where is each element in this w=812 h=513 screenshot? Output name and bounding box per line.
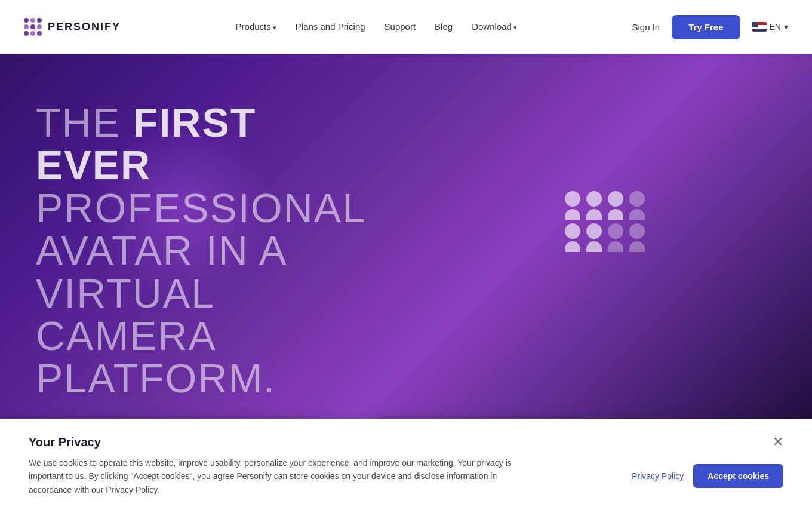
personify-avatar-icon — [565, 191, 645, 256]
privacy-close-button[interactable]: ✕ — [773, 435, 783, 449]
accept-cookies-button[interactable]: Accept cookies — [693, 464, 783, 488]
nav-right: Sign In Try Free EN ▾ — [632, 15, 788, 39]
sign-in-button[interactable]: Sign In — [632, 22, 660, 32]
privacy-banner: Your Privacy ✕ We use cookies to operate… — [0, 419, 812, 513]
lang-chevron-icon: ▾ — [784, 22, 788, 32]
privacy-text: We use cookies to operate this website, … — [29, 456, 536, 496]
nav-item-pricing[interactable]: Plans and Pricing — [296, 21, 365, 32]
hero-title: THE FIRST EVER PROFESSIONAL AVATAR IN A … — [36, 102, 334, 400]
privacy-policy-link[interactable]: Privacy Policy — [632, 471, 684, 481]
privacy-body: We use cookies to operate this website, … — [29, 456, 783, 496]
try-free-button[interactable]: Try Free — [672, 15, 740, 39]
lang-code: EN — [770, 22, 781, 32]
products-link[interactable]: Products — [236, 21, 276, 32]
nav-item-blog[interactable]: Blog — [435, 21, 453, 32]
privacy-actions: Privacy Policy Accept cookies — [632, 464, 783, 488]
logo-link[interactable]: PERSONIFY — [24, 18, 121, 36]
nav-links: Products Plans and Pricing Support Blog … — [236, 21, 517, 32]
hero-title-prefix: THE — [36, 100, 133, 145]
pricing-link[interactable]: Plans and Pricing — [296, 21, 365, 32]
nav-item-download[interactable]: Download — [472, 21, 517, 32]
support-link[interactable]: Support — [385, 21, 416, 32]
download-link[interactable]: Download — [472, 21, 517, 32]
nav-item-products[interactable]: Products — [236, 21, 276, 32]
nav-item-support[interactable]: Support — [385, 21, 416, 32]
privacy-header: Your Privacy ✕ — [29, 435, 783, 449]
logo-text: PERSONIFY — [48, 21, 121, 33]
blog-link[interactable]: Blog — [435, 21, 453, 32]
logo-icon — [24, 18, 42, 36]
language-selector[interactable]: EN ▾ — [752, 22, 788, 32]
privacy-title: Your Privacy — [29, 435, 101, 449]
navbar: PERSONIFY Products Plans and Pricing Sup… — [0, 0, 812, 54]
flag-icon — [752, 22, 767, 32]
